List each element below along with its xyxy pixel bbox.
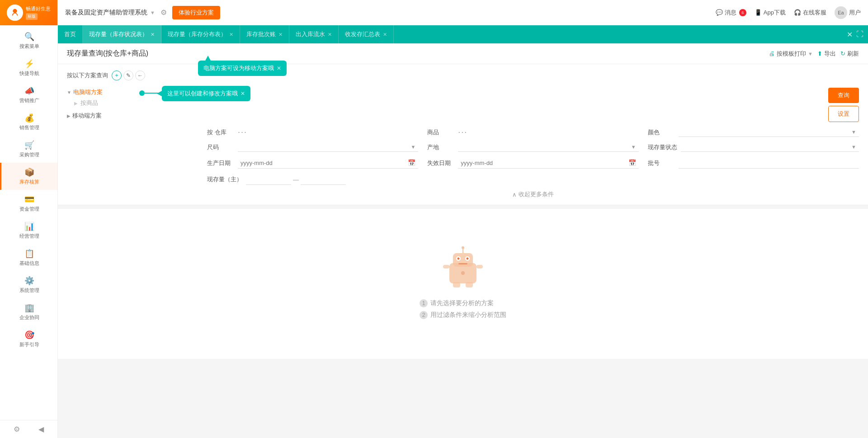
sidebar-item-quick-nav[interactable]: ⚡ 快捷导航	[0, 54, 57, 81]
tab-home[interactable]: 首页	[58, 25, 83, 43]
message-icon: 💬	[716, 9, 723, 16]
system-selector[interactable]: 装备及固定资产辅助管理系统 ▼	[65, 9, 155, 17]
expire-date-label: 失效日期	[427, 159, 454, 167]
scheme-mobile-node[interactable]: ▶ 移动端方案	[67, 110, 859, 121]
edit-icon: ✎	[126, 72, 131, 79]
filter-actions: + ✎ ←	[112, 71, 145, 80]
user-avatar: Ea	[835, 6, 847, 19]
produce-date-input[interactable]	[241, 160, 406, 166]
search-btn[interactable]: 查询	[828, 88, 859, 103]
message-badge: 6	[739, 9, 746, 16]
tab-inventory-status-close[interactable]: ✕	[151, 32, 155, 38]
stock-main-max-input[interactable]	[301, 174, 346, 185]
tab-in-out-flow-close[interactable]: ✕	[328, 32, 332, 38]
svg-rect-10	[443, 265, 449, 268]
add-scheme-btn[interactable]: +	[112, 71, 122, 80]
produce-date-input-wrapper: 📅	[238, 157, 418, 169]
page-header: 现存量查询(按仓库+商品) 🖨 按模板打印 ▼ ⬆ 导出 ↻ 刷新	[58, 43, 868, 64]
stock-main-min-input[interactable]	[246, 174, 291, 185]
tab-in-out-flow[interactable]: 出入库流水 ✕	[289, 25, 339, 43]
refresh-btn[interactable]: ↻ 刷新	[840, 50, 859, 58]
back-arrow-btn[interactable]: ←	[135, 71, 145, 80]
goods-more-btn[interactable]: ···	[458, 127, 467, 137]
header-gear-icon[interactable]: ⚙	[160, 8, 167, 17]
sidebar-logo: 畅通好生意 标版	[0, 0, 57, 25]
svg-rect-12	[453, 282, 460, 287]
sidebar-item-inventory[interactable]: 📦 库存核算	[0, 163, 57, 190]
collapse-chevron-icon: ∧	[512, 191, 517, 198]
app-download-btn[interactable]: 📱 App下载	[755, 9, 786, 17]
tip1-num: 1	[420, 299, 428, 307]
tooltip1-close-btn[interactable]: ✕	[277, 65, 281, 71]
sidebar-menu: 🔍 搜索菜单 ⚡ 快捷导航 📣 营销推广 💰 销售管理 🛒 采购管理 📦 库存核…	[0, 25, 57, 420]
finance-icon: 💳	[24, 194, 34, 204]
svg-rect-11	[476, 265, 483, 268]
system-name: 装备及固定资产辅助管理系统	[65, 9, 147, 17]
quick-nav-icon: ⚡	[24, 59, 34, 69]
connector-dot	[139, 90, 145, 96]
expire-date-input-wrapper: 📅	[458, 157, 638, 169]
sidebar-item-operation[interactable]: 📊 经营管理	[0, 217, 57, 244]
online-service-btn[interactable]: 🎧 在线客服	[794, 9, 826, 17]
reset-btn[interactable]: 设置	[828, 106, 859, 122]
tooltip-desktop-scheme: 电脑方案可设为移动方案哦 ✕	[198, 61, 287, 76]
tab-batch-account-close[interactable]: ✕	[278, 32, 283, 38]
edit-scheme-btn[interactable]: ✎	[123, 71, 133, 80]
svg-point-9	[462, 246, 464, 249]
tab-collect-summary-close[interactable]: ✕	[383, 32, 387, 38]
sidebar-item-sales[interactable]: 💰 销售管理	[0, 108, 57, 136]
stock-status-chevron-icon: ▼	[851, 144, 856, 150]
svg-rect-7	[458, 263, 467, 264]
radio-icon: ▶	[74, 101, 78, 106]
stock-status-select[interactable]: ▼	[681, 142, 859, 152]
logo-text: 畅通好生意 标版	[26, 5, 51, 20]
expire-date-calendar-icon[interactable]: 📅	[628, 159, 636, 166]
size-select[interactable]: ▼	[238, 142, 418, 152]
main-content: 装备及固定资产辅助管理系统 ▼ ⚙ 体验行业方案 💬 消息 6 📱 App下载 …	[58, 0, 868, 438]
tab-expand-btn[interactable]: ⛶	[856, 30, 863, 38]
collapse-sidebar-btn[interactable]: ◀	[38, 425, 44, 433]
scheme-desktop-label: 电脑端方案	[73, 88, 103, 96]
sidebar-item-finance[interactable]: 💳 资金管理	[0, 190, 57, 217]
color-select[interactable]: ▼	[679, 127, 859, 137]
sidebar-item-guide[interactable]: 🎯 新手引导	[0, 325, 57, 353]
origin-select[interactable]: ▼	[458, 142, 638, 152]
tab-batch-account[interactable]: 库存批次账 ✕	[240, 25, 289, 43]
range-dash: —	[293, 176, 299, 183]
purchase-icon: 🛒	[24, 140, 34, 150]
produce-date-calendar-icon[interactable]: 📅	[408, 159, 415, 166]
tooltip2-close-btn[interactable]: ✕	[241, 90, 245, 97]
batch-input[interactable]	[679, 158, 859, 169]
export-icon: ⬆	[817, 50, 822, 57]
collapse-filter-btn[interactable]: ∧ 收起更多条件	[207, 190, 859, 198]
header-left: 装备及固定资产辅助管理系统 ▼ ⚙ 体验行业方案	[65, 6, 220, 19]
settings-footer-btn[interactable]: ⚙	[14, 425, 20, 433]
filter-grid-wrapper: 按 仓库 ··· 商品 ··· 颜色 ▼	[67, 127, 859, 198]
tab-inventory-dist[interactable]: 现存量（库存分布表） ✕	[161, 25, 240, 43]
warehouse-more-btn[interactable]: ···	[238, 127, 247, 137]
sidebar-item-enterprise[interactable]: 🏢 企业协同	[0, 298, 57, 325]
system-icon: ⚙️	[24, 276, 34, 286]
expire-date-input[interactable]	[461, 160, 626, 166]
sidebar-item-marketing[interactable]: 📣 营销推广	[0, 81, 57, 108]
sidebar: 畅通好生意 标版 🔍 搜索菜单 ⚡ 快捷导航 📣 营销推广 💰 销售管理 🛒 采…	[0, 0, 58, 438]
sidebar-item-system[interactable]: ⚙️ 系统管理	[0, 271, 57, 298]
system-chevron-icon: ▼	[150, 10, 155, 15]
sidebar-item-basic[interactable]: 📋 基础信息	[0, 244, 57, 271]
user-btn[interactable]: Ea 用户	[835, 6, 861, 19]
tab-inventory-dist-close[interactable]: ✕	[229, 32, 233, 38]
tab-collect-summary[interactable]: 收发存汇总表 ✕	[339, 25, 394, 43]
industry-btn[interactable]: 体验行业方案	[172, 6, 220, 19]
sidebar-item-search[interactable]: 🔍 搜索菜单	[0, 27, 57, 54]
filter-header: 按以下方案查询 + ✎ ← 电脑方案可设为移动方案哦 ✕	[67, 71, 859, 80]
message-btn[interactable]: 💬 消息 6	[716, 9, 746, 17]
scheme-mobile-arrow: ▶	[67, 113, 71, 118]
print-btn[interactable]: 🖨 按模板打印 ▼	[769, 50, 813, 58]
search-btn-group: 查询 设置	[828, 88, 859, 122]
tab-inventory-status[interactable]: 现存量（库存状况表） ✕	[83, 25, 161, 43]
guide-icon: 🎯	[24, 330, 34, 340]
export-btn[interactable]: ⬆ 导出	[817, 50, 836, 58]
empty-tips: 1 请先选择要分析的方案 2 用过滤条件来缩小分析范围	[420, 299, 506, 323]
tab-close-all-btn[interactable]: ✕	[847, 30, 853, 39]
sidebar-item-purchase[interactable]: 🛒 采购管理	[0, 136, 57, 163]
